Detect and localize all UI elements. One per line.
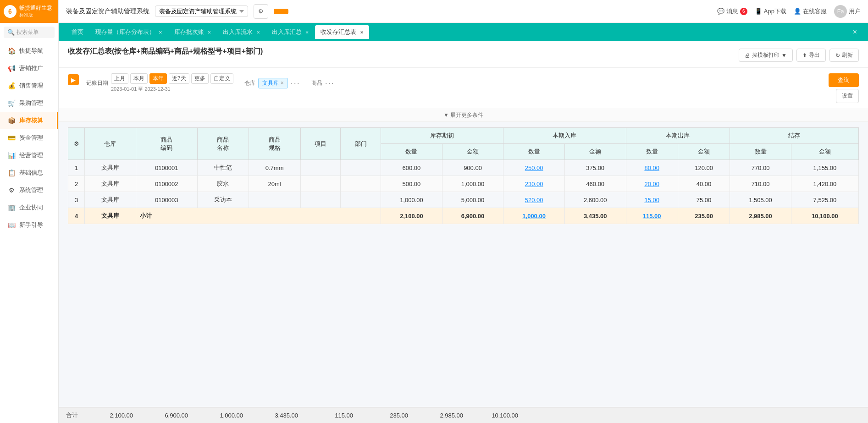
td-dept xyxy=(341,192,381,208)
td-seq: 1 xyxy=(68,160,85,176)
system-selector[interactable]: 装备及固定资产辅助管理系统 xyxy=(155,5,248,17)
print-button[interactable]: 🖨 拔模板打印 ▼ xyxy=(739,49,793,62)
td-subtotal-warehouse: 文具库 xyxy=(85,208,136,224)
tab-flow-close[interactable]: × xyxy=(256,29,260,36)
td-out-qty[interactable]: 20.00 xyxy=(626,176,678,192)
topbar-left: 装备及固定资产辅助管理系统 装备及固定资产辅助管理系统 ⚙ xyxy=(66,4,288,19)
th-gear[interactable]: ⚙ xyxy=(68,128,85,160)
tabbar-close-all[interactable]: × xyxy=(849,26,861,38)
marketing-icon: 📢 xyxy=(7,64,16,72)
td-out-qty[interactable]: 15.00 xyxy=(626,192,678,208)
td-subtotal-out-amt: 235.00 xyxy=(678,208,730,224)
date-btn-more[interactable]: 更多 xyxy=(191,73,209,84)
date-btn-last-month[interactable]: 上月 xyxy=(111,73,128,84)
sidebar-item-operation-label: 经营管理 xyxy=(19,151,43,159)
filter-toggle-btn[interactable]: ▶ xyxy=(68,74,79,85)
app-download-action[interactable]: 📱 App下载 xyxy=(755,7,786,16)
sidebar-item-finance[interactable]: 💳 资金管理 xyxy=(0,129,58,147)
sidebar-item-marketing[interactable]: 📢 营销推广 xyxy=(0,60,58,77)
trial-button[interactable] xyxy=(274,9,288,14)
date-btn-this-year[interactable]: 本年 xyxy=(149,73,167,84)
gear-button[interactable]: ⚙ xyxy=(254,4,268,19)
td-subtotal-label: 小计 xyxy=(136,208,381,224)
user-label: 用户 xyxy=(849,7,861,16)
expand-more-icon: ▼ xyxy=(443,112,449,118)
sidebar-item-sales[interactable]: 💰 销售管理 xyxy=(0,77,58,94)
sidebar-item-home[interactable]: 🏠 快捷导航 xyxy=(0,42,58,60)
message-action[interactable]: 💬 消息 6 xyxy=(717,7,747,16)
td-spec xyxy=(249,192,300,208)
sidebar-item-purchase-label: 采购管理 xyxy=(19,99,43,107)
query-button[interactable]: 查询 xyxy=(829,73,859,87)
td-warehouse: 文具库 xyxy=(85,160,136,176)
warehouse-filter: 仓库 文具库 × ··· xyxy=(244,73,300,93)
tab-inventory-dist-close[interactable]: × xyxy=(159,29,162,36)
message-badge: 6 xyxy=(740,8,747,15)
user-action[interactable]: Ea 用户 xyxy=(834,5,861,18)
sidebar-item-system-label: 系统管理 xyxy=(19,186,43,194)
th-init-amt: 金额 xyxy=(442,144,503,160)
online-service-action[interactable]: 👤 在线客服 xyxy=(794,7,827,16)
inventory-icon: 📦 xyxy=(7,116,16,125)
td-out-qty[interactable]: 80.00 xyxy=(626,160,678,176)
sidebar-item-enterprise[interactable]: 🏢 企业协同 xyxy=(0,199,58,216)
tab-batch[interactable]: 库存批次账 × xyxy=(169,25,217,39)
tab-collect[interactable]: 收发存汇总表 × xyxy=(315,25,369,39)
sidebar-item-system[interactable]: ⚙ 系统管理 xyxy=(0,181,58,199)
sidebar-item-operation[interactable]: 📊 经营管理 xyxy=(0,147,58,164)
sidebar-item-guide[interactable]: 📖 新手引导 xyxy=(0,216,58,234)
sidebar-item-purchase[interactable]: 🛒 采购管理 xyxy=(0,94,58,112)
warehouse-more-btn[interactable]: ··· xyxy=(291,78,300,88)
operation-icon: 📊 xyxy=(7,151,16,159)
export-button[interactable]: ⬆ 导出 xyxy=(796,49,826,62)
date-filter-label: 记账日期 xyxy=(86,79,108,87)
th-bal-amt: 金额 xyxy=(791,144,858,160)
system-title: 装备及固定资产辅助管理系统 xyxy=(66,7,149,16)
tab-batch-close[interactable]: × xyxy=(208,29,211,36)
th-in-amt: 金额 xyxy=(564,144,626,160)
date-buttons: 上月 本月 本年 近7天 更多 自定义 xyxy=(111,73,233,84)
tab-inventory-dist[interactable]: 现存量（库存分布表） × xyxy=(90,25,168,39)
settings-button[interactable]: 设置 xyxy=(836,89,859,103)
sidebar: 6 畅捷通好生意 标准版 🔍 搜索菜单 🏠 快捷导航 📢 营销推广 💰 销售管理… xyxy=(0,0,59,423)
td-in-qty[interactable]: 230.00 xyxy=(503,176,565,192)
search-label: 搜索菜单 xyxy=(17,28,39,36)
sidebar-item-baseinfo-label: 基础信息 xyxy=(19,169,43,177)
td-in-qty[interactable]: 250.00 xyxy=(503,160,565,176)
td-project xyxy=(300,160,341,176)
refresh-button[interactable]: ↻ 刷新 xyxy=(829,49,859,62)
tab-summary[interactable]: 出入库汇总 × xyxy=(266,25,315,39)
purchase-icon: 🛒 xyxy=(7,99,16,107)
avatar-text: Ea xyxy=(837,8,844,15)
tab-home[interactable]: 首页 xyxy=(66,25,89,39)
td-out-amt: 120.00 xyxy=(678,160,730,176)
tab-summary-label: 出入库汇总 xyxy=(272,28,302,36)
date-btn-7days[interactable]: 近7天 xyxy=(169,73,189,84)
tab-summary-close[interactable]: × xyxy=(305,29,309,36)
goods-more-btn[interactable]: ··· xyxy=(325,78,335,88)
tab-flow[interactable]: 出入库流水 × xyxy=(217,25,265,39)
sidebar-item-baseinfo[interactable]: 📋 基础信息 xyxy=(0,164,58,181)
warehouse-tag-close[interactable]: × xyxy=(281,80,284,86)
td-subtotal-seq: 4 xyxy=(68,208,85,224)
th-warehouse: 仓库 xyxy=(85,128,136,160)
date-btn-custom[interactable]: 自定义 xyxy=(210,73,233,84)
tab-collect-close[interactable]: × xyxy=(360,29,364,36)
td-subtotal-in-qty[interactable]: 1,000.00 xyxy=(503,208,565,224)
total-out-amt: 235.00 xyxy=(371,412,408,419)
warehouse-filter-label: 仓库 xyxy=(244,79,255,87)
logo-title: 畅捷通好生意 xyxy=(19,5,52,12)
total-in-amt: 3,435.00 xyxy=(261,412,298,419)
total-in-qty: 1,000.00 xyxy=(206,412,243,419)
expand-more-bar[interactable]: ▼ 展开更多条件 xyxy=(59,109,868,122)
sidebar-item-inventory[interactable]: 📦 库存核算 xyxy=(0,112,58,129)
td-init-amt: 900.00 xyxy=(442,160,503,176)
table-row: 2 文具库 0100002 胶水 20ml 500.00 1,000.00 23… xyxy=(68,176,859,192)
table-row: 1 文具库 0100001 中性笔 0.7mm 600.00 900.00 25… xyxy=(68,160,859,176)
td-in-qty[interactable]: 520.00 xyxy=(503,192,565,208)
td-subtotal-out-qty[interactable]: 115.00 xyxy=(626,208,678,224)
sidebar-item-marketing-label: 营销推广 xyxy=(19,64,43,72)
date-btn-this-month[interactable]: 本月 xyxy=(130,73,148,84)
search-bar[interactable]: 🔍 搜索菜单 xyxy=(0,23,58,42)
td-project xyxy=(300,176,341,192)
